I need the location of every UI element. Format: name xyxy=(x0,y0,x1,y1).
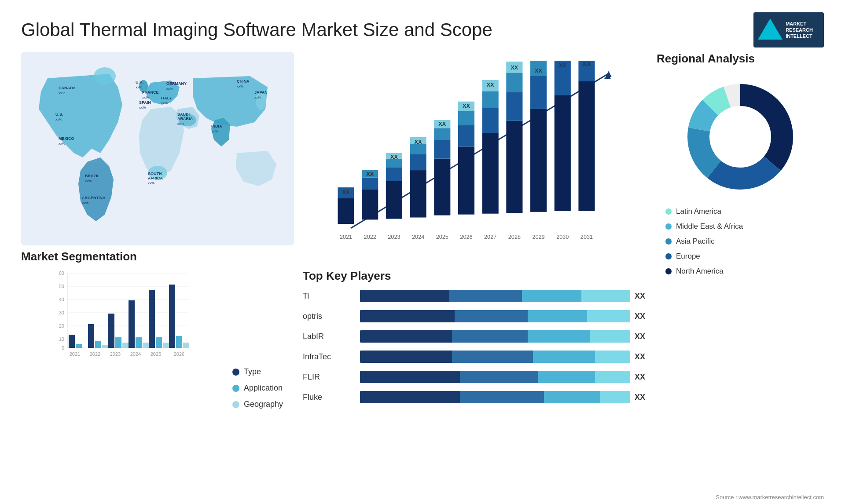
svg-rect-107 xyxy=(458,125,474,147)
logo-triangle-icon xyxy=(758,18,783,40)
svg-point-1 xyxy=(94,67,116,85)
player-bar-seg3-infratec xyxy=(533,351,595,363)
svg-text:MEXICO: MEXICO xyxy=(59,136,74,141)
player-ti: Ti xyxy=(303,288,347,304)
legend-mea: Middle East & Africa xyxy=(665,222,815,231)
svg-text:2026: 2026 xyxy=(174,351,184,357)
svg-rect-133 xyxy=(578,81,595,211)
svg-text:XX: XX xyxy=(582,61,591,67)
svg-rect-59 xyxy=(115,337,121,348)
svg-text:XX: XX xyxy=(511,65,518,71)
player-bar-ti: XX xyxy=(360,288,648,304)
legend-europe-dot xyxy=(665,253,672,259)
world-map-svg: CANADA xx% U.S. xx% MEXICO xx% BRAZIL xx… xyxy=(21,52,294,245)
segmentation-section: Market Segmentation 0 xyxy=(21,250,294,504)
svg-text:xx%: xx% xyxy=(139,106,146,110)
svg-text:xx%: xx% xyxy=(254,95,261,99)
donut-svg xyxy=(679,75,802,198)
donut-chart xyxy=(679,75,802,198)
svg-text:INDIA: INDIA xyxy=(211,124,222,128)
svg-rect-129 xyxy=(555,95,571,211)
legend-latin-america: Latin America xyxy=(665,207,815,216)
svg-text:xx%: xx% xyxy=(55,117,62,121)
legend-geography-label: Geography xyxy=(244,400,283,409)
svg-text:60: 60 xyxy=(59,270,64,276)
legend-application: Application xyxy=(232,383,294,393)
svg-text:XX: XX xyxy=(535,68,542,74)
svg-text:2025: 2025 xyxy=(151,351,161,357)
player-optris: optris xyxy=(303,308,347,324)
svg-text:20: 20 xyxy=(59,323,64,329)
svg-text:10: 10 xyxy=(59,336,64,342)
svg-rect-96 xyxy=(410,144,426,154)
svg-text:50: 50 xyxy=(59,284,64,289)
svg-text:xx%: xx% xyxy=(166,87,173,91)
player-bar-seg3-fluke xyxy=(544,391,601,403)
svg-text:SAUDI: SAUDI xyxy=(177,112,190,117)
player-bar-wrap-flir xyxy=(360,371,630,383)
middle-column: XX 2021 XX 2022 XX 2023 xyxy=(303,52,648,504)
player-bar-labir: XX xyxy=(360,329,648,344)
player-bar-seg1-optris xyxy=(360,310,455,322)
legend-latin-america-label: Latin America xyxy=(676,207,721,216)
svg-text:XX: XX xyxy=(415,139,422,145)
player-bar-seg3-optris xyxy=(528,310,587,322)
page-title: Global Thermal Imaging Software Market S… xyxy=(21,19,492,40)
svg-rect-56 xyxy=(95,341,101,348)
player-bar-flir: XX xyxy=(360,369,648,385)
svg-rect-112 xyxy=(482,133,499,214)
svg-rect-62 xyxy=(136,337,142,348)
svg-text:CANADA: CANADA xyxy=(59,86,76,90)
svg-text:2025: 2025 xyxy=(436,234,448,240)
legend-application-label: Application xyxy=(244,383,283,393)
svg-text:XX: XX xyxy=(438,121,446,127)
svg-rect-120 xyxy=(506,73,522,92)
player-bar-seg2-optris xyxy=(455,310,528,322)
players-name-list: Ti optris LabIR InfraTec FLIR Fluke xyxy=(303,288,347,405)
svg-text:2023: 2023 xyxy=(388,234,400,240)
regional-title: Regional Analysis xyxy=(657,52,824,66)
svg-text:U.K.: U.K. xyxy=(136,80,143,84)
svg-rect-63 xyxy=(143,343,149,348)
legend-europe: Europe xyxy=(665,252,815,261)
player-flir: FLIR xyxy=(303,369,347,385)
legend-mea-label: Middle East & Africa xyxy=(676,222,743,231)
svg-text:2024: 2024 xyxy=(412,234,424,240)
header: Global Thermal Imaging Software Market S… xyxy=(0,0,845,52)
svg-rect-119 xyxy=(506,92,522,121)
svg-rect-53 xyxy=(69,335,75,348)
player-xx-infratec: XX xyxy=(635,352,648,362)
svg-text:2030: 2030 xyxy=(556,234,569,240)
key-players-title: Top Key Players xyxy=(303,269,648,283)
svg-rect-95 xyxy=(410,154,426,170)
svg-rect-69 xyxy=(183,343,189,348)
player-bar-seg4-fluke xyxy=(600,391,630,403)
svg-text:30: 30 xyxy=(59,310,64,315)
svg-text:XX: XX xyxy=(366,171,374,177)
segmentation-content: 0 10 20 30 40 50 60 xyxy=(21,269,294,504)
svg-text:CHINA: CHINA xyxy=(237,79,250,84)
legend-geography: Geography xyxy=(232,400,294,409)
svg-rect-113 xyxy=(482,108,499,133)
svg-rect-65 xyxy=(156,337,162,348)
svg-rect-100 xyxy=(434,159,450,215)
player-infratec: InfraTec xyxy=(303,349,347,365)
key-players-section: Top Key Players Ti optris LabIR InfraTec… xyxy=(303,269,648,504)
svg-rect-89 xyxy=(386,167,402,181)
svg-rect-68 xyxy=(176,336,182,348)
svg-text:2024: 2024 xyxy=(130,351,141,357)
svg-rect-88 xyxy=(386,181,402,219)
svg-text:ARABIA: ARABIA xyxy=(177,117,193,121)
svg-rect-54 xyxy=(76,344,82,348)
svg-text:2022: 2022 xyxy=(90,351,100,357)
svg-text:xx%: xx% xyxy=(161,101,168,105)
svg-rect-58 xyxy=(108,314,114,348)
player-bar-seg3-ti xyxy=(522,290,581,302)
svg-text:xx%: xx% xyxy=(136,85,142,89)
player-bar-wrap-ti xyxy=(360,290,630,302)
segmentation-title: Market Segmentation xyxy=(21,250,294,263)
logo-box: MARKETRESEARCHINTELLECT xyxy=(753,12,824,47)
svg-text:FRANCE: FRANCE xyxy=(142,90,159,95)
svg-text:2029: 2029 xyxy=(532,234,544,240)
svg-text:XX: XX xyxy=(390,154,398,160)
